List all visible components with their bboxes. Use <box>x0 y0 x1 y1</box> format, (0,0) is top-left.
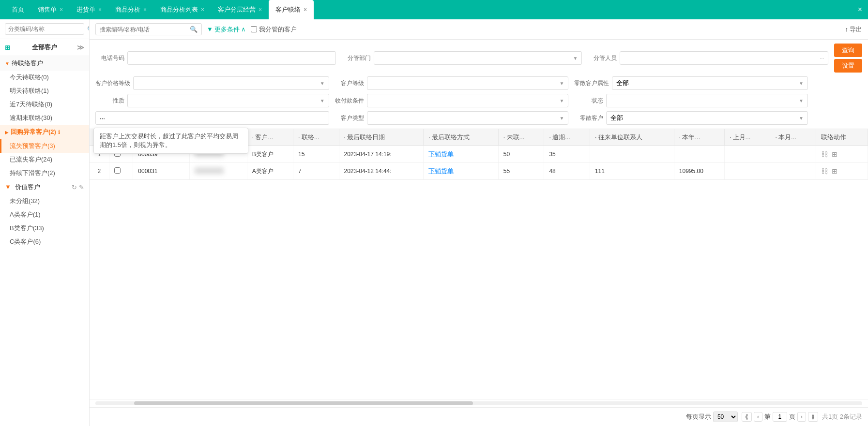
status-select[interactable]: ▼ <box>606 94 808 107</box>
row1-last-type[interactable]: 下销货单 <box>424 146 499 163</box>
row2-contact-person: 111 <box>590 163 674 180</box>
nav-customer-segment-close[interactable]: × <box>259 6 262 13</box>
settings-button[interactable]: 设置 <box>834 59 862 73</box>
horizontal-scrollbar[interactable] <box>90 399 868 407</box>
price-grade-select[interactable]: ▼ <box>133 76 329 90</box>
prev-page-btn[interactable]: ‹ <box>754 412 762 422</box>
status-field: 状态 ▼ <box>574 94 808 107</box>
my-customers-check[interactable] <box>251 26 257 32</box>
row2-last-month <box>724 163 770 180</box>
scroll-thumb[interactable] <box>134 401 473 405</box>
customer-type-field: 客户类型 ▼ <box>335 111 569 125</box>
scatter-customer-select[interactable]: 全部 ▼ <box>606 111 808 125</box>
phone-input[interactable] <box>127 51 336 65</box>
page-input[interactable] <box>773 412 787 422</box>
category-search-input[interactable] <box>5 23 84 35</box>
nature-label: 性质 <box>95 97 124 105</box>
search-input[interactable] <box>100 26 190 33</box>
sidebar-item-a-class[interactable]: A类客户(1) <box>0 208 89 221</box>
sidebar-item-churn-warning[interactable]: 流失预警客户(3) <box>0 139 89 153</box>
sidebar-collapse-btn[interactable]: ≫ <box>77 44 84 51</box>
tooltip-box: 距客户上次交易时长，超过了此客户的平均交易周期的1.5倍，则视为异常。 <box>93 128 248 154</box>
table-container: ⚙ · 客户编码 · 客户名称 · 客户... · 联络... · 最后联络日期… <box>90 129 868 399</box>
sidebar-item-b-class[interactable]: B类客户(33) <box>0 221 89 235</box>
filter-bar: 🔍 ▼ 更多条件 ∧ 我分管的客户 ↑ 导出 <box>90 19 868 40</box>
per-page-select[interactable]: 50 20 100 <box>713 411 738 422</box>
row1-actions: ⛓ ⊞ <box>816 146 868 163</box>
sidebar-item-declining[interactable]: 持续下滑客户(2) <box>0 166 89 180</box>
row2-check[interactable] <box>114 167 121 174</box>
all-customers-label: 全部客户 <box>32 43 57 52</box>
phone-field: 电话号码 <box>95 51 336 65</box>
top-nav: 首页 销售单 × 进货单 × 商品分析 × 商品分析列表 × 客户分层经营 × … <box>0 0 868 19</box>
sidebar-item-ungrouped[interactable]: 未分组(32) <box>0 194 89 208</box>
scatter-attr-select[interactable]: 全部 ▼ <box>612 76 808 90</box>
refresh-icon[interactable]: ↻ <box>72 184 77 191</box>
sidebar-item-today[interactable]: 今天待联络(0) <box>0 71 89 84</box>
sidebar-item-churned[interactable]: 已流失客户(24) <box>0 153 89 166</box>
dept-select[interactable]: ▼ <box>374 51 582 65</box>
row1-this-year <box>674 146 724 163</box>
nav-purchase[interactable]: 进货单 × <box>70 0 108 19</box>
filter-row-2: 客户价格等级 ▼ 客户等级 ▼ 零散客户属性 全部 <box>95 76 862 90</box>
export-label: 导出 <box>850 25 862 34</box>
nav-product-list-close[interactable]: × <box>201 6 204 13</box>
nature-select[interactable]: ▼ <box>127 94 329 107</box>
pending-contact-group: ▼ 待联络客户 今天待联络(0) 明天待联络(1) 近7天待联络(0) 逾期未联… <box>0 56 89 125</box>
row1-last-type-link[interactable]: 下销货单 <box>428 150 454 158</box>
col-this-month: · 本月... <box>770 129 816 146</box>
search-icon[interactable]: 🔍 <box>190 26 198 33</box>
row1-link-icon[interactable]: ⛓ <box>821 150 828 158</box>
row2-last-type[interactable]: 下销货单 <box>424 163 499 180</box>
nav-sales[interactable]: 销售单 × <box>31 0 70 19</box>
extra-select[interactable]: ··· <box>95 111 329 125</box>
repurchase-anomaly-title[interactable]: ▶ 回购异常客户(2) ℹ <box>0 125 89 139</box>
pending-contact-title[interactable]: ▼ 待联络客户 <box>0 56 89 71</box>
filter-row-3: 性质 ▼ 收付款条件 ▼ 状态 <box>95 94 862 107</box>
row2-last-type-link[interactable]: 下销货单 <box>428 167 454 175</box>
nav-customer-contact-close[interactable]: × <box>304 6 307 13</box>
sidebar-item-c-class[interactable]: C类客户(6) <box>0 235 89 249</box>
nav-home[interactable]: 首页 <box>5 0 31 19</box>
row2-qr-icon[interactable]: ⊞ <box>832 167 838 175</box>
row1-contact-count: 15 <box>293 146 339 163</box>
nav-customer-segment[interactable]: 客户分层经营 × <box>211 0 269 19</box>
payment-select[interactable]: ▼ <box>367 94 569 107</box>
query-button[interactable]: 查询 <box>834 44 862 57</box>
sidebar-item-7days[interactable]: 近7天待联络(0) <box>0 98 89 111</box>
per-page-area: 每页显示 50 20 100 <box>686 411 738 422</box>
nav-sales-close[interactable]: × <box>60 6 63 13</box>
next-page-btn[interactable]: › <box>797 412 806 422</box>
nav-product-analysis-close[interactable]: × <box>143 6 147 13</box>
row1-qr-icon[interactable]: ⊞ <box>832 150 838 158</box>
customer-type-select[interactable]: ▼ <box>367 111 569 125</box>
customer-type-arrow: ▼ <box>559 116 564 121</box>
customer-grade-field: 客户等级 ▼ <box>335 76 569 90</box>
export-button[interactable]: ↑ 导出 <box>845 25 863 34</box>
row1-last-month <box>724 146 770 163</box>
table-row: 2 000031 A类客户 7 2023-04-12 14:44: 下销货单 5… <box>90 163 868 180</box>
manager-select[interactable]: ··· <box>620 51 828 65</box>
nav-purchase-close[interactable]: × <box>98 6 102 13</box>
first-page-btn[interactable]: ⟪ <box>742 412 752 422</box>
search-box: 🔍 <box>95 23 202 35</box>
customer-grade-select[interactable]: ▼ <box>367 76 569 90</box>
col-actions: 联络动作 <box>816 129 868 146</box>
nav-product-analysis[interactable]: 商品分析 × <box>108 0 153 19</box>
tooltip-text: 距客户上次交易时长，超过了此客户的平均交易周期的1.5倍，则视为异常。 <box>100 132 238 148</box>
my-customers-checkbox[interactable]: 我分管的客户 <box>251 25 297 34</box>
sidebar-item-overdue[interactable]: 逾期未联络(30) <box>0 111 89 125</box>
col-type: · 客户... <box>247 129 293 146</box>
nav-customer-contact[interactable]: 客户联络 × <box>269 0 314 19</box>
window-close-button[interactable]: × <box>858 5 862 14</box>
nav-product-list[interactable]: 商品分析列表 × <box>153 0 211 19</box>
more-conditions-btn[interactable]: ▼ 更多条件 ∧ <box>207 25 246 34</box>
edit-icon[interactable]: ✎ <box>79 184 84 191</box>
row2-link-icon[interactable]: ⛓ <box>821 167 828 175</box>
last-page-btn[interactable]: ⟫ <box>808 412 818 422</box>
value-customer-title[interactable]: ▼ 价值客户 ↻ ✎ <box>0 180 89 194</box>
info-icon: ℹ <box>58 129 60 135</box>
row1-contact-person <box>590 146 674 163</box>
sidebar-item-tomorrow[interactable]: 明天待联络(1) <box>0 84 89 98</box>
row2-checkbox[interactable] <box>109 163 133 180</box>
